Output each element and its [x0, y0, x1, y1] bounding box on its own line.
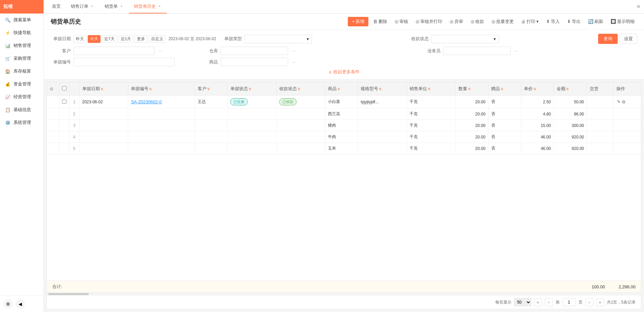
sidebar: 拓维 🔍 搜索菜单 ⚡ 快捷导航 📊 销售管理 🛒 采购管理 🏠 库存核算 💰 …: [0, 0, 44, 312]
page-number-input[interactable]: [562, 298, 576, 306]
first-page-btn[interactable]: «: [534, 298, 542, 306]
staff-input[interactable]: [443, 47, 511, 55]
collapse-filter-btn[interactable]: ∧ 收起更多条件: [51, 69, 637, 75]
date-btn-yesterday[interactable]: 昨天: [74, 35, 86, 43]
last-page-btn[interactable]: »: [596, 298, 604, 306]
row-action: ✎⧉: [613, 96, 641, 108]
col-doc-status[interactable]: 单据状态⇅: [228, 82, 277, 96]
row-gift: 否: [488, 108, 521, 120]
tab-sales-history-close[interactable]: ×: [157, 4, 162, 9]
goods-input[interactable]: [221, 58, 288, 66]
col-doc-no[interactable]: 单据编号⇅: [128, 82, 195, 96]
refresh-button[interactable]: 🔄 刷新: [585, 17, 606, 26]
row-number: 4: [69, 131, 79, 143]
sidebar-item-sales-mgmt[interactable]: 📊 销售管理: [0, 39, 44, 52]
export-button[interactable]: ⬇ 导出: [564, 17, 583, 26]
col-unit-price[interactable]: 单价⇅: [521, 82, 554, 96]
display-detail-button[interactable]: 🔲 显示明细: [608, 17, 637, 26]
delete-button[interactable]: 🗑 删除: [370, 17, 390, 26]
tab-home[interactable]: 首页: [47, 0, 65, 14]
row-goods: 牛肉: [325, 131, 358, 143]
prev-page-btn[interactable]: ‹: [545, 298, 553, 306]
row-customer: [195, 143, 228, 154]
edit-row-btn[interactable]: ✎: [617, 99, 621, 104]
doc-no-link[interactable]: SA-20230602-0: [131, 99, 162, 104]
audit-button[interactable]: ◎ 审核: [392, 17, 411, 26]
sidebar-collapse-btn[interactable]: ◀: [16, 299, 25, 309]
sidebar-item-label: 系统管理: [13, 120, 31, 126]
row-unit: 千克: [407, 108, 456, 120]
add-button[interactable]: + 新增: [348, 17, 368, 26]
col-doc-date[interactable]: 单据日期⇅: [79, 82, 128, 96]
sidebar-item-inventory[interactable]: 🏠 库存核算: [0, 65, 44, 78]
table-wrapper[interactable]: ⚙ 单据日期⇅ 单据编号⇅ 客户⇅ 单据状态⇅ 收款状态⇅ 商品⇅ 规格型号⇅ …: [47, 82, 641, 281]
warehouse-lookup-btn[interactable]: ···: [292, 48, 296, 53]
customer-lookup-btn[interactable]: ···: [159, 48, 162, 53]
sidebar-settings-btn[interactable]: ⚙: [3, 299, 13, 309]
tab-sales-history[interactable]: 销货单历史 ×: [129, 0, 167, 14]
abandon-button[interactable]: ◎ 弃审: [447, 17, 466, 26]
tab-bar-close-all[interactable]: ✕: [636, 3, 641, 10]
row-doc-no: [128, 131, 195, 143]
date-btn-custom[interactable]: 自定义: [149, 35, 166, 43]
import-button[interactable]: ⬆ 导入: [543, 17, 562, 26]
col-unit[interactable]: 销售单位⇅: [407, 82, 456, 96]
query-button[interactable]: 查询: [598, 34, 618, 44]
export-icon: ⬇: [567, 19, 571, 24]
doc-type-select[interactable]: ▾: [245, 35, 312, 43]
sort-unit-price-icon: ⇅: [533, 87, 536, 91]
tab-sales-goods-close[interactable]: ×: [119, 4, 124, 9]
row-pay-status: [276, 143, 325, 154]
scrollbar-thumb[interactable]: [48, 293, 89, 295]
col-gear[interactable]: ⚙: [47, 82, 59, 96]
col-spec[interactable]: 规格型号⇅: [358, 82, 407, 96]
sidebar-item-quick-nav[interactable]: ⚡ 快捷导航: [0, 26, 44, 39]
row-select-checkbox[interactable]: [62, 99, 66, 104]
col-goods[interactable]: 商品⇅: [325, 82, 358, 96]
sidebar-item-search-menu[interactable]: 🔍 搜索菜单: [0, 14, 44, 26]
col-pay-status[interactable]: 收款状态⇅: [276, 82, 325, 96]
select-all-checkbox[interactable]: [62, 86, 66, 90]
staff-lookup-btn[interactable]: ···: [515, 48, 519, 53]
refresh-label: 刷新: [594, 19, 603, 25]
audit-print-button[interactable]: ◎ 审核并打印: [413, 17, 445, 26]
per-page-select[interactable]: 50 100 200: [514, 298, 531, 306]
doc-no-input[interactable]: [74, 58, 175, 66]
sidebar-item-purchase-mgmt[interactable]: 🛒 采购管理: [0, 52, 44, 65]
col-gift[interactable]: 赠品⇅: [488, 82, 521, 96]
sidebar-item-base-info[interactable]: 📋 基础信息: [0, 103, 44, 116]
batch-change-button[interactable]: ◎ 批量变更: [489, 17, 516, 26]
horizontal-scrollbar[interactable]: [47, 292, 641, 295]
col-gift-label: 赠品: [491, 86, 500, 91]
table-row: 5玉米千克20.00否46.00920.00: [47, 143, 641, 154]
sidebar-item-label: 采购管理: [13, 55, 31, 61]
customer-input[interactable]: [74, 47, 155, 55]
print-button[interactable]: 🖨 打印 ▾: [519, 17, 541, 26]
sidebar-item-sys-mgmt[interactable]: ⚙️ 系统管理: [0, 116, 44, 129]
warehouse-input[interactable]: [221, 47, 288, 55]
row-checkbox: [59, 143, 69, 154]
sidebar-bottom: ⚙ ◀: [0, 295, 44, 312]
date-btn-today[interactable]: 今天: [88, 35, 101, 43]
payment-status-select[interactable]: ▾: [431, 35, 499, 43]
page-header: 销货单历史 + 新增 🗑 删除 ◎ 审核 ◎ 审核并打印: [44, 14, 644, 30]
next-page-btn[interactable]: ›: [585, 298, 593, 306]
tab-sales-order-close[interactable]: ×: [90, 4, 94, 9]
tab-sales-order[interactable]: 销售订单 ×: [66, 0, 99, 14]
date-btn-7days[interactable]: 近7天: [102, 35, 117, 43]
receive-button[interactable]: ◎ 收款: [468, 17, 487, 26]
copy-row-btn[interactable]: ⧉: [622, 99, 625, 104]
sidebar-item-operations[interactable]: 📈 经营管理: [0, 90, 44, 103]
gear-icon[interactable]: ⚙: [50, 86, 54, 92]
date-btn-more[interactable]: 更多: [135, 35, 147, 43]
settings-button[interactable]: 设置: [620, 34, 637, 44]
row-spec: [358, 108, 407, 120]
goods-lookup-btn[interactable]: ···: [292, 59, 296, 64]
sidebar-item-finance[interactable]: 💰 资金管理: [0, 78, 44, 90]
col-amount[interactable]: 金额⇅: [554, 82, 587, 96]
row-delivery: [587, 143, 614, 154]
col-qty[interactable]: 数量⇅: [455, 82, 488, 96]
tab-sales-goods[interactable]: 销货单 ×: [100, 0, 129, 14]
date-btn-1month[interactable]: 近1月: [118, 35, 134, 43]
col-customer[interactable]: 客户⇅: [195, 82, 228, 96]
